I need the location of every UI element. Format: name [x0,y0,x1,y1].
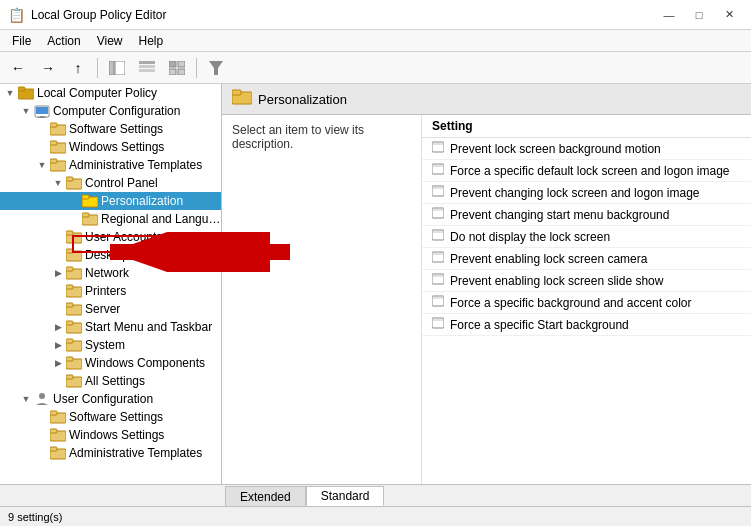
as-label: All Settings [85,374,145,388]
tree-pane: ▼ Local Computer Policy ▼ Computer Confi… [0,84,222,484]
toolbar-back[interactable]: ← [4,55,32,81]
toolbar-separator-1 [97,58,98,78]
tree-personalization[interactable]: ▶ Personalization [0,192,221,210]
tree-start-menu[interactable]: ▶ Start Menu and Taskbar [0,318,221,336]
svg-rect-48 [50,411,57,415]
expand-net: ▶ [50,265,66,281]
wc-icon [66,355,82,371]
tree-admin-templates-uc[interactable]: ▶ Administrative Templates [0,444,221,462]
right-header-icon [232,88,252,110]
tree-user-config[interactable]: ▼ User Configuration [0,390,221,408]
svg-rect-7 [169,69,176,75]
title-bar: 📋 Local Group Policy Editor — □ ✕ [0,0,751,30]
svg-rect-4 [139,69,155,72]
tab-bar: Extended Standard [0,484,751,506]
close-button[interactable]: ✕ [715,4,743,26]
pers-label: Personalization [101,194,183,208]
setting-row[interactable]: Force a specific background and accent c… [422,292,751,314]
uc-icon [34,391,50,407]
sm-icon [66,319,82,335]
tree-software-settings-uc[interactable]: ▶ Software Settings [0,408,221,426]
setting-icon [432,163,444,178]
setting-icon [432,295,444,310]
setting-text: Force a specific background and accent c… [450,296,691,310]
desk-icon [66,247,82,263]
setting-row[interactable]: Do not display the lock screen [422,226,751,248]
setting-row[interactable]: Prevent enabling lock screen camera [422,248,751,270]
tree-printers[interactable]: ▶ Printers [0,282,221,300]
toolbar-filter[interactable] [202,55,230,81]
toolbar-show-hide[interactable] [103,55,131,81]
settings-header: Setting [422,115,751,138]
minimize-button[interactable]: — [655,4,683,26]
srv-icon [66,301,82,317]
svg-rect-33 [66,267,73,271]
svg-rect-52 [50,447,57,451]
root-icon [18,85,34,101]
right-header-title: Personalization [258,92,347,107]
tree-control-panel[interactable]: ▼ Control Panel [0,174,221,192]
tree-computer-config[interactable]: ▼ Computer Configuration [0,102,221,120]
tree-regional-lang[interactable]: ▶ Regional and Language Options [0,210,221,228]
toolbar-forward[interactable]: → [34,55,62,81]
status-bar: 9 setting(s) [0,506,751,526]
menu-view[interactable]: View [89,32,131,50]
svg-rect-13 [36,107,48,114]
ua-icon [66,229,82,245]
right-description: Select an item to view its description. [222,115,422,484]
tree-network[interactable]: ▶ Network [0,264,221,282]
svg-point-46 [39,393,45,399]
expand-cc: ▼ [18,103,34,119]
expand-wc: ▶ [50,355,66,371]
setting-text: Prevent enabling lock screen camera [450,252,647,266]
tree-root[interactable]: ▼ Local Computer Policy [0,84,221,102]
at-cc-label: Administrative Templates [69,158,202,172]
toolbar-view1[interactable] [133,55,161,81]
svg-rect-11 [18,87,25,91]
app-icon: 📋 [8,7,25,23]
tree-user-accounts[interactable]: ▶ User Accounts [0,228,221,246]
setting-row[interactable]: Force a specific Start background [422,314,751,336]
svg-rect-0 [109,61,114,75]
tree-windows-components[interactable]: ▶ Windows Components [0,354,221,372]
menu-action[interactable]: Action [39,32,88,50]
tree-desktop[interactable]: ▶ Desktop [0,246,221,264]
tab-extended[interactable]: Extended [225,486,306,506]
tree-windows-settings-uc[interactable]: ▶ Windows Settings [0,426,221,444]
toolbar-up[interactable]: ↑ [64,55,92,81]
menu-file[interactable]: File [4,32,39,50]
title-bar-left: 📋 Local Group Policy Editor [8,7,166,23]
svg-rect-27 [82,213,89,217]
svg-rect-63 [432,230,444,240]
window-title: Local Group Policy Editor [31,8,166,22]
setting-row[interactable]: Prevent changing lock screen and logon i… [422,182,751,204]
tree-all-settings[interactable]: ▶ All Settings [0,372,221,390]
pers-icon [82,193,98,209]
ws-uc-label: Windows Settings [69,428,164,442]
setting-row[interactable]: Prevent changing start menu background [422,204,751,226]
tree-server[interactable]: ▶ Server [0,300,221,318]
tab-standard[interactable]: Standard [306,486,385,506]
ss-uc-label: Software Settings [69,410,163,424]
setting-row[interactable]: Force a specific default lock screen and… [422,160,751,182]
setting-row[interactable]: Prevent enabling lock screen slide show [422,270,751,292]
tree-software-settings-cc[interactable]: ▶ Software Settings [0,120,221,138]
expand-sm: ▶ [50,319,66,335]
toolbar-view2[interactable] [163,55,191,81]
maximize-button[interactable]: □ [685,4,713,26]
srv-label: Server [85,302,120,316]
setting-icon [432,229,444,244]
setting-text: Prevent changing lock screen and logon i… [450,186,700,200]
ua-label: User Accounts [85,230,162,244]
tree-system[interactable]: ▶ System [0,336,221,354]
tree-admin-templates-cc[interactable]: ▼ Administrative Templates [0,156,221,174]
setting-icon [432,317,444,332]
menu-bar: File Action View Help [0,30,751,52]
tree-windows-settings-cc[interactable]: ▶ Windows Settings [0,138,221,156]
svg-rect-6 [178,61,185,67]
ss-cc-icon [50,121,66,137]
menu-help[interactable]: Help [131,32,172,50]
setting-row[interactable]: Prevent lock screen background motion [422,138,751,160]
ws-uc-icon [50,427,66,443]
expand-cp: ▼ [50,175,66,191]
